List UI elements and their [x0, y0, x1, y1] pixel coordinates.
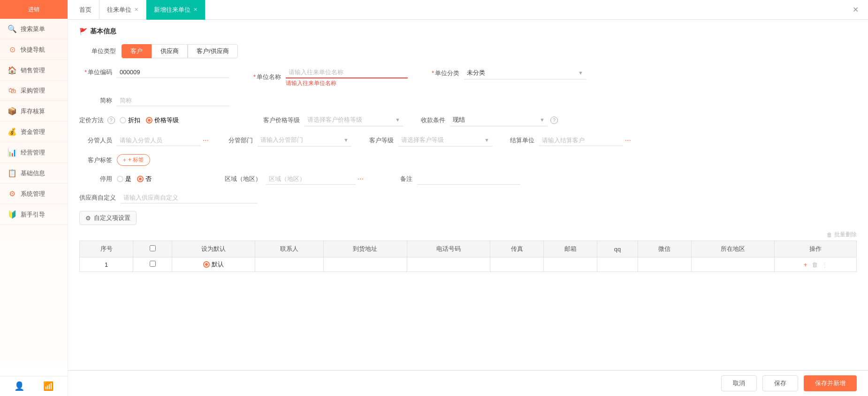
unit-category-select[interactable]: 未分类 ▼ [464, 67, 586, 79]
settings-bottom-icon[interactable]: 📶 [43, 381, 53, 391]
radio-no[interactable]: 否 [137, 175, 152, 183]
unit-type-customer[interactable]: 客户 [122, 44, 152, 58]
search-icon: 🔍 [8, 24, 17, 33]
unit-code-input[interactable] [117, 67, 229, 78]
unit-name-label: *单位名称 [248, 73, 286, 81]
region-dots[interactable]: ··· [356, 175, 365, 183]
supplier-custom-input[interactable] [121, 192, 258, 203]
radio-yes-circle [117, 176, 123, 182]
customer-price-level-select[interactable]: 请选择客户价格等级 ▼ [305, 114, 403, 126]
tab-partners[interactable]: 往来单位 ✕ [99, 0, 146, 20]
field-supplier-custom: 供应商自定义 [79, 192, 258, 203]
sidebar-item-quick-nav[interactable]: ⊙ 快捷导航 [0, 39, 68, 60]
row-checkbox[interactable] [150, 261, 156, 267]
customer-level-chevron: ▼ [484, 137, 489, 143]
add-tag-button[interactable]: + + 标签 [117, 154, 150, 166]
form-row-1: *单位编码 *单位名称 请输入往来单位名称 [79, 67, 857, 87]
save-new-button[interactable]: 保存并新增 [804, 375, 857, 391]
radio-yes[interactable]: 是 [117, 175, 131, 183]
tab-home-label: 首页 [79, 6, 91, 14]
payment-terms-help-icon[interactable]: ? [550, 116, 558, 124]
manager-dots[interactable]: ··· [201, 136, 211, 145]
table-row: 1 默认 [80, 257, 857, 272]
unit-type-label: 单位类型 [79, 47, 122, 55]
customer-level-select[interactable]: 请选择客户等级 ▼ [398, 134, 492, 147]
radio-price-level-label: 价格等级 [154, 116, 179, 124]
sidebar-item-sales[interactable]: 🏠 销售管理 [0, 60, 68, 81]
custom-settings-label: 自定义项设置 [94, 214, 130, 222]
sidebar-item-label: 系统管理 [21, 190, 45, 198]
sidebar-item-inventory[interactable]: 📦 库存核算 [0, 101, 68, 122]
radio-yes-label: 是 [125, 175, 131, 183]
unit-name-input[interactable] [286, 67, 408, 78]
cancel-button[interactable]: 取消 [721, 375, 757, 391]
sidebar-item-finance[interactable]: 💰 资金管理 [0, 122, 68, 142]
department-chevron: ▼ [343, 137, 349, 143]
default-radio-circle [203, 261, 210, 268]
sidebar-bottom: 👤 📶 [0, 376, 68, 396]
tab-new-partner[interactable]: 新增往来单位 ✕ [146, 0, 206, 20]
unit-category-chevron: ▼ [578, 70, 583, 76]
customer-level-placeholder: 请选择客户等级 [401, 136, 444, 144]
field-payment-terms: 收款条件 现结 ▼ ? [417, 114, 558, 126]
select-all-checkbox[interactable] [150, 245, 156, 251]
field-pricing-method: 定价方法 ? 折扣 价格等级 [79, 116, 248, 124]
radio-discount-circle [120, 117, 126, 124]
field-unit-name: *单位名称 请输入往来单位名称 [248, 67, 408, 87]
custom-settings-button[interactable]: ⚙ 自定义项设置 [79, 211, 137, 225]
cell-phone [407, 257, 490, 272]
default-radio[interactable]: 默认 [177, 260, 250, 269]
close-all-tabs[interactable]: ✕ [847, 5, 864, 14]
sidebar-item-operations[interactable]: 📊 经营管理 [0, 142, 68, 163]
pricing-method-label: 定价方法 ? [79, 116, 120, 124]
sidebar-item-system[interactable]: ⚙ 系统管理 [0, 184, 68, 204]
payment-terms-select[interactable]: 现结 ▼ [450, 114, 548, 126]
field-remark: 备注 [380, 173, 520, 185]
payment-terms-label: 收款条件 [417, 116, 450, 124]
form-row-pricing: 定价方法 ? 折扣 价格等级 客户价格等级 [79, 114, 857, 126]
col-wechat: 微信 [638, 241, 691, 257]
supplier-custom-label: 供应商自定义 [79, 194, 121, 202]
field-region: 区域（地区） ··· [225, 173, 365, 185]
unit-type-both[interactable]: 客户/供应商 [188, 44, 238, 58]
sidebar: 进销 🔍 搜索菜单 ⊙ 快捷导航 🏠 销售管理 🛍 采购管理 📦 库存核算 💰 … [0, 0, 68, 396]
sidebar-item-purchase[interactable]: 🛍 采购管理 [0, 81, 68, 101]
settlement-unit-input[interactable] [539, 135, 623, 146]
department-select[interactable]: 请输入分管部门 ▼ [258, 134, 351, 147]
remark-input[interactable] [417, 173, 520, 185]
short-name-input[interactable] [117, 95, 229, 106]
sidebar-item-base[interactable]: 📋 基础信息 [0, 163, 68, 184]
col-seq: 序号 [80, 241, 133, 257]
add-row-icon[interactable]: + [804, 261, 807, 268]
user-icon[interactable]: 👤 [14, 381, 24, 391]
cell-email [544, 257, 597, 272]
unit-code-label: *单位编码 [79, 68, 117, 77]
radio-price-level[interactable]: 价格等级 [146, 116, 179, 124]
customer-price-level-placeholder: 请选择客户价格等级 [307, 116, 362, 124]
unit-type-supplier[interactable]: 供应商 [152, 44, 188, 58]
settlement-dots[interactable]: ··· [623, 136, 633, 145]
footer-bar: 取消 保存 保存并新增 [68, 370, 868, 396]
region-input[interactable] [266, 173, 356, 185]
drag-handle-icon[interactable]: ⋮ [822, 261, 828, 268]
save-button[interactable]: 保存 [762, 375, 798, 391]
col-default: 设为默认 [172, 241, 255, 257]
radio-discount-label: 折扣 [128, 116, 140, 124]
tab-home[interactable]: 首页 [72, 0, 99, 20]
tab-partners-close[interactable]: ✕ [134, 7, 138, 13]
tab-new-partner-close[interactable]: ✕ [193, 7, 198, 13]
radio-no-circle [137, 176, 144, 182]
col-check [133, 241, 172, 257]
radio-discount[interactable]: 折扣 [120, 116, 140, 124]
radio-price-level-circle [146, 117, 152, 124]
sidebar-item-guide[interactable]: 🔰 新手引导 [0, 204, 68, 225]
col-action: 操作 [775, 241, 857, 257]
logo-text: 进销 [28, 6, 39, 14]
finance-icon: 💰 [8, 127, 17, 136]
batch-delete-label[interactable]: 批量删除 [834, 231, 857, 239]
sidebar-item-search[interactable]: 🔍 搜索菜单 [0, 19, 68, 39]
manager-input[interactable] [117, 135, 201, 146]
delete-row-icon[interactable]: 🗑 [812, 261, 818, 268]
pricing-help-icon[interactable]: ? [107, 116, 115, 124]
sidebar-item-label: 资金管理 [21, 128, 45, 136]
